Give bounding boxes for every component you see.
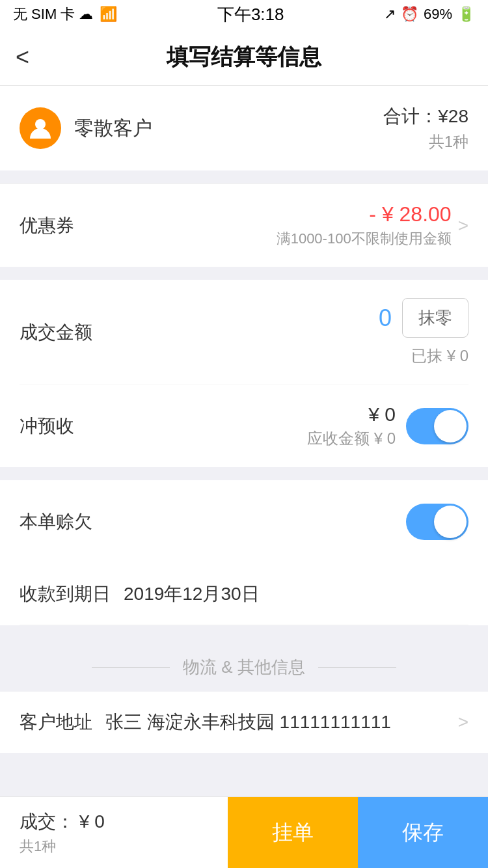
address-row: 客户地址 张三 海淀永丰科技园 11111111111 > — [20, 692, 468, 753]
address-value: 张三 海淀永丰科技园 11111111111 — [105, 710, 458, 735]
deal-amount-sub: 已抹 ¥ 0 — [411, 346, 468, 366]
battery-icon: 🔋 — [457, 6, 475, 23]
deal-amount-right: 0 抹零 — [379, 298, 468, 338]
bottom-deal-amount: 成交： ¥ 0 — [20, 809, 228, 834]
save-button[interactable]: 保存 — [358, 797, 488, 869]
coupon-section[interactable]: 优惠券 - ¥ 28.00 满1000-100不限制使用金额 > — [0, 183, 488, 267]
deal-amount-row: 成交金额 0 抹零 已抹 ¥ 0 — [20, 280, 468, 385]
customer-count: 共1种 — [383, 131, 468, 152]
customer-name: 零散客户 — [74, 115, 152, 142]
status-bar: 无 SIM 卡 ☁ 📶 下午3:18 ↗ ⏰ 69% 🔋 — [0, 0, 488, 29]
bottom-summary: 成交： ¥ 0 共1种 — [0, 809, 228, 856]
deal-advance-section: 成交金额 0 抹零 已抹 ¥ 0 冲预收 ¥ 0 应收金额 ¥ 0 — [0, 280, 488, 467]
due-date-value: 2019年12月30日 — [124, 582, 260, 606]
due-date-label: 收款到期日 — [20, 582, 111, 606]
coupon-arrow-icon: > — [458, 215, 468, 236]
debt-toggle[interactable] — [406, 504, 468, 540]
status-left: 无 SIM 卡 ☁ 📶 — [13, 5, 117, 24]
customer-left: 零散客户 — [20, 107, 152, 149]
customer-total: 合计：¥28 — [383, 104, 468, 129]
logistics-divider: 物流 & 其他信息 — [0, 638, 488, 692]
debt-label: 本单赊欠 — [20, 509, 92, 534]
advance-amount: ¥ 0 — [307, 403, 396, 426]
coupon-amount: - ¥ 28.00 — [369, 202, 451, 226]
status-time: 下午3:18 — [217, 3, 284, 26]
wifi-icon: 📶 — [100, 6, 117, 23]
due-date-row: 收款到期日 2019年12月30日 — [20, 563, 468, 625]
customer-avatar — [20, 107, 61, 149]
coupon-label: 优惠券 — [20, 213, 74, 238]
round-zero-button[interactable]: 抹零 — [402, 298, 468, 338]
deal-amount-value: 0 — [379, 305, 392, 332]
coupon-desc: 满1000-100不限制使用金额 — [277, 229, 452, 249]
nav-bar: < 填写结算等信息 — [0, 29, 488, 86]
deal-amount-label: 成交金额 — [20, 320, 92, 345]
page-title: 填写结算等信息 — [167, 42, 321, 72]
location-icon: ↗ — [384, 6, 396, 23]
battery-level: 69% — [424, 6, 452, 23]
sim-status: 无 SIM 卡 ☁ — [13, 5, 93, 24]
bottom-item-count: 共1种 — [20, 837, 228, 856]
bottom-bar: 成交： ¥ 0 共1种 挂单 保存 — [0, 796, 488, 868]
advance-row: 冲预收 ¥ 0 应收金额 ¥ 0 — [20, 385, 468, 467]
debt-toggle-knob — [434, 506, 467, 538]
advance-toggle[interactable] — [406, 408, 468, 444]
hold-button[interactable]: 挂单 — [228, 797, 358, 869]
address-arrow-icon: > — [458, 712, 468, 733]
debt-row: 本单赊欠 — [20, 480, 468, 563]
debt-section: 本单赊欠 收款到期日 2019年12月30日 — [0, 480, 488, 625]
advance-right: ¥ 0 应收金额 ¥ 0 — [307, 403, 468, 449]
logistics-text: 物流 & 其他信息 — [92, 656, 396, 679]
customer-section: 零散客户 合计：¥28 共1种 — [0, 86, 488, 170]
status-right: ↗ ⏰ 69% 🔋 — [384, 6, 475, 23]
content-area: 零散客户 合计：¥28 共1种 优惠券 - ¥ 28.00 满1000-100不… — [0, 86, 488, 844]
address-section[interactable]: 客户地址 张三 海淀永丰科技园 11111111111 > — [0, 692, 488, 753]
advance-toggle-knob — [434, 410, 467, 442]
advance-label: 冲预收 — [20, 414, 74, 439]
advance-amount-block: ¥ 0 应收金额 ¥ 0 — [307, 403, 396, 449]
address-label: 客户地址 — [20, 710, 92, 735]
svg-point-0 — [35, 119, 46, 129]
alarm-icon: ⏰ — [401, 6, 418, 23]
coupon-text-block: - ¥ 28.00 满1000-100不限制使用金额 — [277, 202, 452, 249]
back-button[interactable]: < — [16, 44, 29, 71]
coupon-right: - ¥ 28.00 满1000-100不限制使用金额 > — [277, 202, 468, 249]
customer-right: 合计：¥28 共1种 — [383, 104, 468, 152]
advance-sub: 应收金额 ¥ 0 — [307, 428, 396, 449]
